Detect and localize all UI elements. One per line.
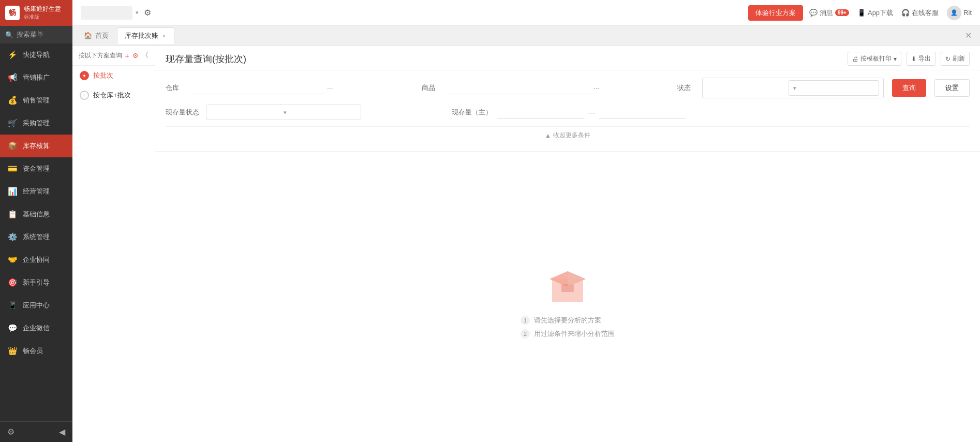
sidebar-item-label: 企业协同 — [23, 255, 50, 264]
page-header: 现存量查询(按批次) 🖨 按模板打印 ▾ ⬇ 导出 ↻ 刷新 — [155, 46, 980, 70]
guide-icon: 🎯 — [7, 277, 18, 288]
tab-inventory-batch[interactable]: 库存批次账 × — [117, 27, 174, 44]
panel-close-btn[interactable]: ✕ — [961, 28, 976, 42]
sidebar-item-guide[interactable]: 🎯 新手引导 — [0, 271, 72, 294]
trial-btn[interactable]: 体验行业方案 — [748, 5, 803, 21]
sidebar-item-system[interactable]: ⚙️ 系统管理 — [0, 226, 72, 248]
warehouse-more-icon[interactable]: ··· — [327, 84, 333, 92]
sidebar-item-sales[interactable]: 💰 销售管理 — [0, 89, 72, 112]
home-icon: 🏠 — [84, 32, 92, 39]
sidebar-nav: ⚡ 快捷导航 📢 营销推广 💰 销售管理 🛒 采购管理 📦 库存核算 💳 资金管… — [0, 43, 72, 421]
sidebar-item-label: 库存核算 — [23, 141, 50, 151]
sidebar-item-operation[interactable]: 📊 经营管理 — [0, 180, 72, 203]
hint-num-1: 1 — [521, 316, 530, 325]
hint-text-2: 用过滤条件来缩小分析范围 — [534, 329, 615, 338]
filter-row-2: 现存量状态 ▾ 现存量（主） — — [166, 105, 970, 120]
set-btn[interactable]: 设置 — [934, 79, 970, 97]
product-label: 商品 — [422, 83, 442, 93]
quick-nav-icon: ⚡ — [7, 50, 18, 60]
query-btn[interactable]: 查询 — [892, 79, 926, 97]
sidebar-item-inventory[interactable]: 📦 库存核算 — [0, 135, 72, 157]
product-more-icon[interactable]: ··· — [593, 84, 600, 92]
scheme-settings-icon[interactable]: ⚙ — [132, 52, 139, 60]
topbar: ▾ ⚙ 体验行业方案 💬 消息 99+ 📱 App下载 🎧 在线客服 👤 — [72, 0, 980, 26]
user-btn[interactable]: 👤 Rit — [947, 6, 972, 20]
headset-icon: 🎧 — [901, 9, 910, 17]
product-input[interactable] — [447, 82, 591, 94]
system-icon: ⚙️ — [7, 232, 18, 242]
sidebar-item-marketing[interactable]: 📢 营销推广 — [0, 66, 72, 89]
sidebar-item-label: 畅会员 — [23, 346, 43, 356]
batch-scheme-label: 按批次 — [93, 71, 113, 80]
app-version: 标准版 — [24, 13, 61, 21]
collapse-sidebar-icon[interactable]: ◀ — [59, 427, 65, 437]
stock-qty-from[interactable] — [497, 106, 584, 119]
sidebar-item-basic[interactable]: 📋 基础信息 — [0, 203, 72, 226]
inventory-icon: 📦 — [7, 141, 18, 151]
sidebar-item-quick-nav[interactable]: ⚡ 快捷导航 — [0, 43, 72, 66]
sidebar-item-finance[interactable]: 💳 资金管理 — [0, 157, 72, 180]
tabbar: 🏠 首页 库存批次账 × ✕ — [72, 26, 980, 46]
sidebar-item-app-center[interactable]: 📱 应用中心 — [0, 294, 72, 317]
export-icon: ⬇ — [911, 55, 916, 63]
print-label: 按模板打印 — [860, 54, 892, 63]
collapse-more-btn[interactable]: ▲ 收起更多条件 — [166, 126, 970, 144]
customer-service-label: 在线客服 — [912, 8, 939, 18]
print-dropdown-icon[interactable]: ▾ — [894, 55, 897, 63]
operation-icon: 📊 — [7, 186, 18, 197]
marketing-icon: 📢 — [7, 72, 18, 83]
sidebar-item-label: 企业微信 — [23, 323, 50, 333]
sidebar-item-enterprise[interactable]: 🤝 企业协同 — [0, 248, 72, 271]
search-menu[interactable]: 🔍 搜索菜单 — [0, 26, 72, 43]
scheme-item-warehouse-batch[interactable]: ○ 按仓库+批次 — [72, 85, 155, 105]
gear-icon[interactable]: ⚙ — [142, 6, 153, 20]
scheme-item-batch[interactable]: ● 按批次 — [72, 66, 155, 85]
tab-home[interactable]: 🏠 首页 — [77, 27, 116, 44]
app-title: 畅康通好生意 — [24, 5, 61, 13]
search-icon: 🔍 — [5, 31, 13, 39]
tab-close-icon[interactable]: × — [161, 32, 167, 40]
wechat-icon: 💬 — [7, 323, 18, 333]
collapse-panel-icon[interactable]: 《 — [142, 51, 149, 60]
status-label: 状态 — [677, 83, 698, 93]
refresh-btn[interactable]: ↻ 刷新 — [941, 52, 970, 66]
customer-service-btn[interactable]: 🎧 在线客服 — [901, 8, 939, 18]
breadcrumb — [81, 6, 132, 20]
avatar: 👤 — [947, 6, 961, 20]
stock-status-select[interactable]: ▾ — [206, 105, 361, 120]
search-menu-label: 搜索菜单 — [17, 30, 43, 39]
messages-btn[interactable]: 💬 消息 99+ — [809, 8, 849, 18]
basic-icon: 📋 — [7, 209, 18, 219]
stock-status-field: 现存量状态 ▾ — [166, 105, 443, 120]
warehouse-batch-scheme-label: 按仓库+批次 — [93, 91, 131, 100]
topbar-right: 💬 消息 99+ 📱 App下载 🎧 在线客服 👤 Rit — [809, 6, 972, 20]
sidebar-item-member[interactable]: 👑 畅会员 — [0, 340, 72, 362]
hint-text-1: 请先选择要分析的方案 — [534, 316, 601, 325]
tab-active-label: 库存批次账 — [125, 31, 158, 40]
settings-footer-icon[interactable]: ⚙ — [7, 427, 14, 437]
sidebar-item-label: 经营管理 — [23, 187, 50, 196]
sidebar-item-wechat[interactable]: 💬 企业微信 — [0, 317, 72, 340]
left-panel-title: 按以下方案查询 — [79, 51, 122, 60]
refresh-icon: ↻ — [945, 55, 951, 63]
sidebar-item-purchase[interactable]: 🛒 采购管理 — [0, 112, 72, 135]
print-btn[interactable]: 🖨 按模板打印 ▾ — [848, 52, 901, 66]
app-download-btn[interactable]: 📱 App下载 — [857, 8, 893, 18]
empty-hint-2: 2 用过滤条件来缩小分析范围 — [521, 329, 615, 338]
status-field: 状态 ▾ — [677, 78, 884, 98]
export-btn[interactable]: ⬇ 导出 — [907, 52, 936, 66]
empty-state: 1 请先选择要分析的方案 2 用过滤条件来缩小分析范围 — [155, 152, 980, 442]
export-label: 导出 — [918, 54, 931, 63]
empty-illustration — [542, 256, 593, 307]
topbar-nav: ▾ ⚙ — [81, 6, 742, 20]
sidebar-footer: ⚙ ◀ — [0, 421, 72, 442]
breadcrumb-dropdown-icon[interactable]: ▾ — [136, 9, 139, 16]
stock-qty-to[interactable] — [599, 106, 686, 119]
add-scheme-btn[interactable]: + — [125, 51, 129, 60]
main-area: ▾ ⚙ 体验行业方案 💬 消息 99+ 📱 App下载 🎧 在线客服 👤 — [72, 0, 980, 442]
filter-area: 仓库 ··· 商品 ··· 状态 ▾ — [155, 70, 980, 152]
content-area: 按以下方案查询 + ⚙ 《 ● 按批次 ○ 按仓库+批次 现存量查询(按批次) — [72, 46, 980, 442]
warehouse-input[interactable] — [190, 82, 325, 94]
status-select[interactable]: ▾ — [702, 78, 884, 98]
left-panel-header: 按以下方案查询 + ⚙ 《 — [72, 46, 155, 66]
